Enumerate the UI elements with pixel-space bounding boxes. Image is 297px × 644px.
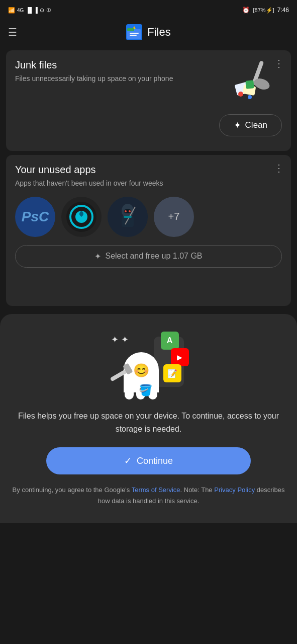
network-text: 4G bbox=[17, 8, 24, 13]
svg-rect-11 bbox=[245, 80, 254, 89]
privacy-policy-link[interactable]: Privacy Policy bbox=[214, 486, 255, 494]
svg-point-9 bbox=[238, 92, 243, 97]
bottom-overlay: A ▶ 📝 😊 ✦ ✦ 🪣 Files helps y bbox=[0, 314, 297, 523]
app-icon-more: +7 bbox=[154, 197, 194, 237]
alarm-icon: ⏰ bbox=[242, 7, 250, 14]
svg-point-20 bbox=[129, 210, 131, 212]
select-sparkle-icon: ✦ bbox=[94, 252, 101, 261]
clean-sparkle-icon: ✦ bbox=[234, 120, 241, 131]
svg-point-10 bbox=[248, 95, 252, 99]
float-icon-youtube: ▶ bbox=[171, 348, 189, 366]
clean-label: Clean bbox=[245, 120, 267, 130]
overlay-main-text: Files helps you free up space on your de… bbox=[12, 410, 285, 435]
junk-illustration-icon bbox=[231, 58, 276, 103]
checkmark-icon: ✓ bbox=[124, 455, 132, 466]
continue-label: Continue bbox=[137, 456, 173, 466]
mascot-container: A ▶ 📝 😊 ✦ ✦ 🪣 bbox=[109, 329, 189, 399]
wifi-icon: 📶 bbox=[8, 7, 15, 14]
signal-icon: ▐▌▐ bbox=[26, 7, 37, 13]
unused-card-subtitle: Apps that haven't been used in over four… bbox=[15, 179, 282, 189]
app-icon-q bbox=[61, 197, 102, 237]
more-count: +7 bbox=[168, 211, 180, 222]
select-label: Select and free up 1.07 GB bbox=[105, 252, 202, 261]
unused-apps-card: ⋮ Your unused apps Apps that haven't bee… bbox=[6, 155, 291, 306]
app-title-container: Files bbox=[126, 24, 170, 40]
unused-card-menu-icon[interactable]: ⋮ bbox=[274, 162, 284, 174]
app-icons-row: PsC bbox=[15, 197, 282, 237]
terms-of-service-link[interactable]: Terms of Service bbox=[132, 486, 180, 494]
files-logo-icon bbox=[126, 24, 142, 40]
notification-icon: ① bbox=[46, 7, 51, 14]
app-icon-photoshop: PsC bbox=[15, 197, 55, 237]
status-left: 📶 4G ▐▌▐ ⊙ ① bbox=[8, 7, 51, 14]
status-bar: 📶 4G ▐▌▐ ⊙ ① ⏰ [87%⚡] 7:46 bbox=[0, 0, 297, 18]
float-icon-note: 📝 bbox=[163, 364, 181, 382]
location-icon: ⊙ bbox=[40, 7, 44, 14]
legal-middle: . Note: The bbox=[180, 486, 215, 494]
unused-card-title: Your unused apps bbox=[15, 164, 282, 176]
float-icon-a: A bbox=[161, 332, 179, 350]
sparkle-decoration: ✦ ✦ bbox=[111, 334, 129, 345]
app-title: Files bbox=[147, 26, 170, 39]
svg-rect-4 bbox=[127, 28, 134, 31]
clean-button[interactable]: ✦ Clean bbox=[219, 114, 282, 136]
junk-files-card: ⋮ Junk files Files unnecessarily taking … bbox=[6, 50, 291, 151]
clock: 7:46 bbox=[277, 7, 289, 14]
status-right: ⏰ [87%⚡] 7:46 bbox=[242, 7, 289, 14]
continue-button[interactable]: ✓ Continue bbox=[46, 447, 251, 474]
battery-indicator: [87%⚡] bbox=[253, 7, 274, 14]
top-nav: ☰ Files bbox=[0, 18, 297, 46]
svg-rect-22 bbox=[124, 216, 132, 218]
bucket-icon: 🪣 bbox=[139, 384, 152, 397]
svg-point-19 bbox=[125, 210, 127, 212]
legal-prefix: By continuing, you agree to the Google's bbox=[13, 486, 132, 494]
legal-text: By continuing, you agree to the Google's… bbox=[12, 485, 285, 507]
app-icon-game bbox=[108, 197, 148, 237]
select-free-button[interactable]: ✦ Select and free up 1.07 GB bbox=[15, 245, 282, 268]
menu-button[interactable]: ☰ bbox=[8, 26, 17, 38]
